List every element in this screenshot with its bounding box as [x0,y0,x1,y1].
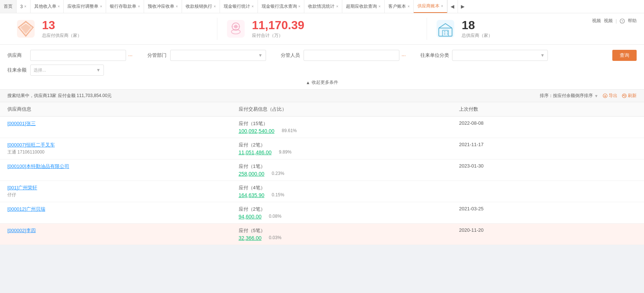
payable-amount[interactable]: 164,635.90 [239,192,265,198]
balance-select[interactable]: 选择... ▼ [30,65,104,76]
supplier-sub-info: 仔仔 [7,192,224,198]
supplier-link[interactable]: [000001]张三 [7,121,36,126]
balance-label: 往来余额 [7,67,28,73]
last-payment-cell: 2023-01-30 [452,159,570,181]
nav-tab-bank-deposit-close[interactable]: × [138,4,140,8]
payable-info-cell: 应付（5笔） 32,366.00 0.03% [231,224,452,245]
table-container: 供应商信息 应付交易信息（占比） 上次付数 [000001]张三 应付（15笔）… [0,102,644,245]
payable-count: 应付（2笔） [239,142,445,148]
nav-tab-receipt-verify[interactable]: 收款核销执行 × [182,0,220,13]
nav-tab-prepay-ar-close[interactable]: × [176,4,178,8]
export-label: 导出 [609,93,617,99]
export-icon [603,93,608,98]
payable-amount[interactable]: 258,000.00 [239,171,265,177]
nav-tab-overdue-ar-close[interactable]: × [378,4,381,8]
supplier-sub-info: 王通 17106110000 [7,149,224,155]
nav-tab-home-label: 首页 [4,3,13,10]
search-item-person: 分管人员 ··· [281,50,406,61]
supplier-link[interactable]: [000012]广州贝瑞 [7,206,45,212]
nav-tab-ar-ap-adjust-close[interactable]: × [100,4,102,8]
payable-count: 应付（5笔） [239,227,445,234]
payable-amount[interactable]: 100,092,540.00 [239,128,274,134]
nav-tab-other-income-close[interactable]: × [58,4,60,8]
sort-select[interactable]: 排序：按应付余额倒序排序 ▼ [540,93,598,99]
refresh-button[interactable]: 刷新 [622,93,637,99]
person-label: 分管人员 [281,52,301,59]
stat-info-suppliers-payable: 13 总应付供应商（家） [42,19,82,39]
nav-tab-receipt-stat[interactable]: 收款情况统计 × [304,0,342,13]
nav-tab-3-label: 3 [20,4,23,9]
supplier-link[interactable]: [000100]本特勤油品有限公司 [7,163,69,169]
nav-tab-3[interactable]: 3 × [17,0,31,13]
supplier-link[interactable]: [000007]恒旺二手叉车 [7,142,55,148]
payable-count: 应付（4笔） [239,185,445,191]
nav-tab-cash-bank-flow-close[interactable]: × [298,4,301,8]
svg-rect-15 [447,33,448,35]
search-item-balance: 往来余额 选择... ▼ [7,65,104,76]
payable-amount[interactable]: 94,600.00 [239,214,262,220]
nav-tab-customer-ledger-close[interactable]: × [407,4,410,8]
nav-tab-other-income[interactable]: 其他收入单 × [31,0,64,13]
payable-row: 258,000.00 0.23% [239,170,445,177]
table-row: [000012]广州贝瑞 应付（2笔） 94,600.00 0.08% 2021… [0,202,644,224]
payable-amount[interactable]: 32,366.00 [239,235,262,241]
nav-tab-ar-ap-adjust-label: 应收应付调整单 [67,3,98,10]
supplier-link[interactable]: [001]广州荣轩 [7,185,37,190]
spacer-cell [570,181,644,202]
nav-arrow-left[interactable]: ◀ [447,0,458,13]
nav-tab-customer-ledger-label: 客户账本 [388,3,406,10]
link-divider: | [616,18,617,24]
table-row: [000002]李四 应付（5笔） 32,366.00 0.03% 2020-1… [0,224,644,245]
nav-tab-prepay-ar[interactable]: 预收冲应收单 × [144,0,182,13]
svg-rect-13 [447,31,448,32]
export-button[interactable]: 导出 [603,93,617,99]
refresh-icon [622,93,627,98]
nav-tab-customer-ledger[interactable]: 客户账本 × [385,0,414,13]
sort-chevron-icon: ▼ [594,94,598,98]
supplier-input[interactable] [30,50,126,61]
nav-tab-receipt-stat-close[interactable]: × [336,4,338,8]
nav-tab-supplier-ledger[interactable]: 供应商账本 × [414,0,447,13]
nav-tab-cash-bank-stat[interactable]: 现金银行统计 × [220,0,258,13]
category-select[interactable]: ▼ [452,50,548,61]
nav-tab-3-close[interactable]: × [24,4,27,8]
table-body: [000001]张三 应付（15笔） 100,092,540.00 89.61%… [0,117,644,245]
spacer-cell [570,117,644,138]
query-button[interactable]: 查询 [612,50,637,61]
payable-row: 94,600.00 0.08% [239,213,445,220]
nav-tab-cash-bank-stat-close[interactable]: × [252,4,254,8]
person-ellipsis[interactable]: ··· [402,52,406,58]
stat-info-payable-total: 11,170.39 应付合计（万） [252,19,304,39]
nav-tab-ar-ap-adjust[interactable]: 应收应付调整单 × [64,0,106,13]
dept-select[interactable]: ▼ [170,50,266,61]
collapse-button[interactable]: ▲ 收起更多条件 [7,79,637,86]
payable-count: 应付（2笔） [239,206,445,213]
supplier-label: 供应商 [7,52,28,59]
nav-tab-receipt-verify-close[interactable]: × [214,4,216,8]
payable-info-cell: 应付（2笔） 94,600.00 0.08% [231,202,452,224]
nav-tab-supplier-ledger-close[interactable]: × [441,4,443,8]
balance-chevron-icon: ▼ [96,68,101,73]
supplier-link[interactable]: [000002]李四 [7,228,36,233]
stat-number-total-suppliers: 18 [462,19,493,31]
payable-amount[interactable]: 11,051,486.00 [239,149,272,155]
category-chevron-icon: ▼ [540,53,545,58]
nav-tab-cash-bank-flow[interactable]: 现金银行流水查询 × [258,0,305,13]
nav-tab-receipt-verify-label: 收款核销执行 [186,3,212,10]
payable-row: 100,092,540.00 89.61% [239,127,445,134]
nav-tab-overdue-ar[interactable]: 超期应收款查询 × [342,0,385,13]
person-input[interactable] [304,50,399,61]
nav-arrow-right[interactable]: ▶ [458,0,468,13]
video-link[interactable]: 视频 [592,18,601,24]
supplier-info-cell: [000100]本特勤油品有限公司 [0,159,231,181]
nav-tab-cash-bank-flow-label: 现金银行流水查询 [262,3,297,10]
help-label[interactable]: 帮助 [628,18,637,24]
supplier-ellipsis[interactable]: ··· [128,52,133,58]
top-navigation: 首页 3 × 其他收入单 × 应收应付调整单 × 银行存取款单 × 预收冲应收单… [0,0,644,13]
video-label[interactable]: 视频 [604,18,613,24]
payable-info-cell: 应付（2笔） 11,051,486.00 9.89% [231,138,452,159]
nav-tab-bank-deposit[interactable]: 银行存取款单 × [106,0,144,13]
nav-tab-home[interactable]: 首页 [0,0,17,13]
spacer-cell [570,159,644,181]
table-row: [001]广州荣轩仔仔 应付（4笔） 164,635.90 0.15% [0,181,644,202]
